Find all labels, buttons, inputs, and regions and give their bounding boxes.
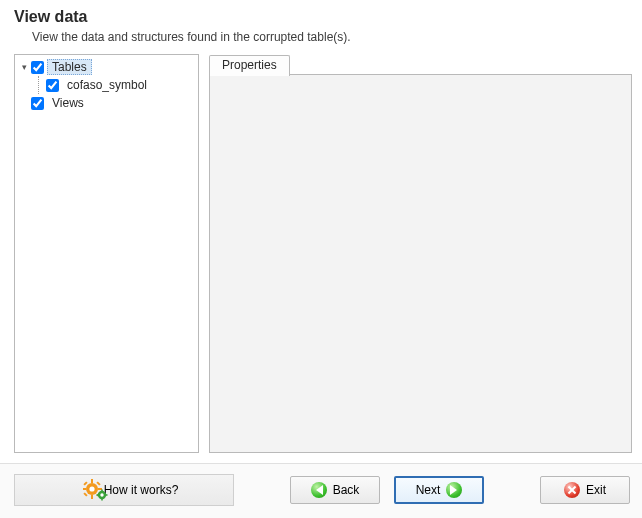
tab-strip: Properties bbox=[209, 54, 632, 75]
tree-panel[interactable]: ▾ Tables cofaso_symbol Views bbox=[14, 54, 199, 453]
svg-point-15 bbox=[100, 493, 103, 496]
tree-label-views[interactable]: Views bbox=[47, 95, 89, 111]
tree-branch-icon: cofaso_symbol bbox=[38, 76, 152, 94]
exit-button[interactable]: Exit bbox=[540, 476, 630, 504]
svg-rect-14 bbox=[104, 494, 107, 496]
svg-rect-11 bbox=[101, 490, 103, 493]
back-button[interactable]: Back bbox=[290, 476, 380, 504]
svg-rect-8 bbox=[83, 492, 87, 496]
tree-node-views[interactable]: Views bbox=[17, 94, 196, 112]
svg-rect-12 bbox=[101, 498, 103, 501]
arrow-left-icon bbox=[311, 482, 327, 498]
tree-label-cofaso-symbol[interactable]: cofaso_symbol bbox=[62, 77, 152, 93]
tree-node-cofaso-symbol[interactable]: cofaso_symbol bbox=[31, 76, 196, 94]
exit-label: Exit bbox=[586, 483, 606, 497]
tables-checkbox[interactable] bbox=[31, 61, 44, 74]
tab-properties[interactable]: Properties bbox=[209, 55, 290, 76]
page-header: View data View the data and structures f… bbox=[0, 0, 642, 50]
how-it-works-label: How it works? bbox=[104, 483, 179, 497]
footer-bar: How it works? Back Next Exit bbox=[0, 463, 642, 518]
views-checkbox[interactable] bbox=[31, 97, 44, 110]
cofaso-symbol-checkbox[interactable] bbox=[46, 79, 59, 92]
tree-label-tables[interactable]: Tables bbox=[47, 59, 92, 75]
properties-content bbox=[209, 74, 632, 453]
svg-rect-5 bbox=[83, 481, 87, 485]
svg-rect-3 bbox=[83, 488, 86, 490]
main-area: ▾ Tables cofaso_symbol Views Properties bbox=[0, 50, 642, 453]
right-panel: Properties bbox=[209, 54, 632, 453]
arrow-right-icon bbox=[446, 482, 462, 498]
svg-rect-13 bbox=[96, 494, 99, 496]
svg-rect-7 bbox=[96, 481, 100, 485]
close-icon bbox=[564, 482, 580, 498]
tree-node-tables[interactable]: ▾ Tables bbox=[17, 58, 196, 76]
svg-point-9 bbox=[89, 486, 94, 491]
next-label: Next bbox=[416, 483, 441, 497]
gear-icon bbox=[70, 479, 96, 501]
svg-rect-2 bbox=[91, 495, 93, 499]
next-button[interactable]: Next bbox=[394, 476, 484, 504]
back-label: Back bbox=[333, 483, 360, 497]
chevron-down-icon[interactable]: ▾ bbox=[17, 62, 31, 72]
page-subtitle: View the data and structures found in th… bbox=[32, 30, 632, 44]
tab-strip-filler bbox=[290, 54, 632, 75]
nav-button-group: Back Next Exit bbox=[290, 476, 630, 504]
svg-rect-1 bbox=[91, 479, 93, 483]
page-title: View data bbox=[14, 8, 632, 26]
how-it-works-button[interactable]: How it works? bbox=[14, 474, 234, 506]
